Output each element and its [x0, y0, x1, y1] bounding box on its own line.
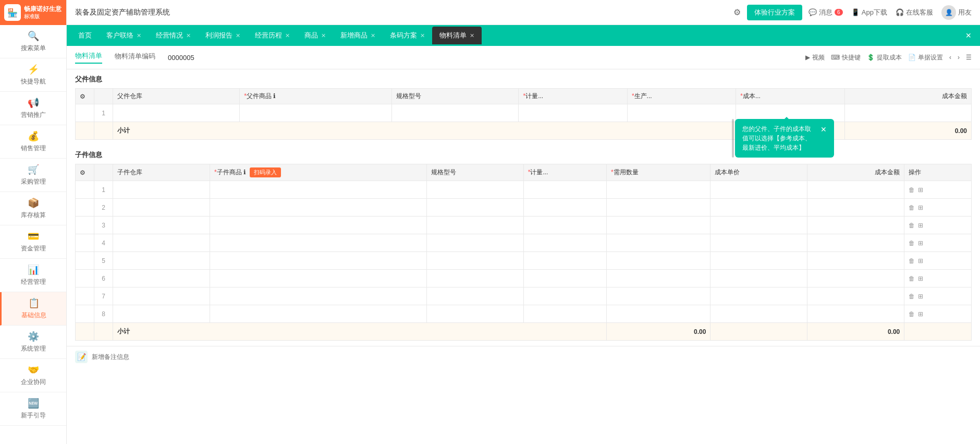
- tab-new-goods[interactable]: 新增商品 ✕: [333, 27, 383, 44]
- child-row-1-goods[interactable]: [210, 181, 426, 199]
- sidebar-item-inventory[interactable]: 📦 库存核算: [0, 192, 66, 225]
- copy-icon-7[interactable]: ⊞: [918, 293, 923, 300]
- tab-history[interactable]: 经营历程 ✕: [248, 27, 297, 44]
- parent-row-1-goods[interactable]: [240, 104, 392, 122]
- delete-icon-4[interactable]: 🗑: [909, 239, 915, 247]
- sales-icon: 💰: [28, 130, 39, 142]
- tooltip-box: ✕ 您的父件、子件的成本取值可以选择【参考成本、最新进价、平均成本】: [735, 119, 834, 158]
- headset-icon: 🎧: [896, 8, 904, 16]
- parent-col-warehouse: 父件仓库: [113, 89, 240, 104]
- parent-row-1-produce[interactable]: [627, 104, 736, 122]
- child-row-4-action-icons: 🗑 ⊞: [909, 239, 967, 247]
- sub-tab-bom-code[interactable]: 物料清单编码: [115, 52, 155, 63]
- parent-row-1-unit[interactable]: [519, 104, 627, 122]
- child-row-1-unit[interactable]: [523, 181, 606, 199]
- child-col-quantity: *需用数量: [607, 164, 710, 181]
- child-col-warehouse: 子件仓库: [113, 164, 210, 181]
- video-action[interactable]: ▶ 视频: [805, 53, 825, 62]
- close-history-tab[interactable]: ✕: [285, 32, 290, 39]
- search-icon: 🔍: [28, 30, 39, 42]
- sidebar-item-basic-info[interactable]: 📋 基础信息: [0, 292, 66, 326]
- sub-tab-bom[interactable]: 物料清单: [75, 51, 102, 64]
- tab-goods[interactable]: 商品 ✕: [297, 27, 333, 44]
- copy-icon-8[interactable]: ⊞: [918, 310, 923, 318]
- parent-row-1-amount: [844, 104, 971, 122]
- close-customer-tab[interactable]: ✕: [137, 32, 141, 39]
- close-profit-tab[interactable]: ✕: [236, 32, 240, 39]
- close-all-tabs[interactable]: ✕: [961, 29, 976, 42]
- tab-profit[interactable]: 利润报告 ✕: [198, 27, 248, 44]
- extract-cost-action[interactable]: 💲 提取成本: [867, 53, 902, 62]
- message-btn[interactable]: 💬 消息 6: [808, 8, 843, 17]
- app-download-btn[interactable]: 📱 App下载: [851, 8, 887, 17]
- copy-icon-2[interactable]: ⊞: [918, 204, 923, 211]
- doc-settings-action[interactable]: 📄 单据设置: [908, 53, 943, 62]
- child-row-1-spec[interactable]: [426, 181, 523, 199]
- child-subtotal-label: 小计: [113, 323, 607, 341]
- user-menu[interactable]: 👤 用友: [941, 5, 972, 20]
- delete-icon-8[interactable]: 🗑: [909, 310, 915, 318]
- delete-icon-3[interactable]: 🗑: [909, 222, 915, 229]
- child-row-3-action-icons: 🗑 ⊞: [909, 222, 967, 229]
- child-row-1-unit-cost[interactable]: [710, 181, 807, 199]
- topbar-title: 装备及固定资产辅助管理系统: [75, 8, 727, 17]
- delete-icon-6[interactable]: 🗑: [909, 275, 915, 282]
- copy-icon-3[interactable]: ⊞: [918, 222, 923, 229]
- parent-row-1-warehouse[interactable]: [113, 104, 240, 122]
- play-icon: ▶: [805, 54, 810, 61]
- tab-home[interactable]: 首页: [71, 27, 99, 44]
- close-barcode-tab[interactable]: ✕: [420, 32, 425, 39]
- copy-icon-6[interactable]: ⊞: [918, 275, 923, 282]
- close-goods-tab[interactable]: ✕: [321, 32, 326, 39]
- child-row-1-warehouse[interactable]: [113, 181, 210, 199]
- copy-icon-5[interactable]: ⊞: [918, 257, 923, 265]
- child-col-amount: 成本金额: [807, 164, 904, 181]
- tooltip-close-btn[interactable]: ✕: [820, 124, 827, 135]
- tab-bom[interactable]: 物料清单 ✕: [432, 27, 482, 44]
- nav-next[interactable]: ›: [958, 54, 960, 61]
- copy-icon-4[interactable]: ⊞: [918, 239, 923, 247]
- sidebar-item-operations[interactable]: 📊 经营管理: [0, 259, 66, 292]
- close-new-goods-tab[interactable]: ✕: [371, 32, 375, 39]
- shortcut-action[interactable]: ⌨ 快捷键: [831, 53, 861, 62]
- sidebar-item-purchase[interactable]: 🛒 采购管理: [0, 159, 66, 192]
- child-row-1-quantity[interactable]: [607, 181, 710, 199]
- sidebar-item-guide[interactable]: 🆕 新手引导: [0, 392, 66, 426]
- delete-icon-5[interactable]: 🗑: [909, 257, 915, 265]
- child-col-settings[interactable]: ⚙: [76, 164, 94, 181]
- sidebar-item-finance[interactable]: 💳 资金管理: [0, 225, 66, 259]
- settings-icon[interactable]: ⚙: [733, 7, 741, 17]
- sidebar-item-search[interactable]: 🔍 搜索菜单: [0, 25, 66, 58]
- tab-barcode[interactable]: 条码方案 ✕: [383, 27, 432, 44]
- parent-subtotal-num: [94, 122, 113, 140]
- copy-icon[interactable]: ⊞: [918, 186, 923, 194]
- sidebar-item-quick-nav[interactable]: ⚡ 快捷导航: [0, 58, 66, 92]
- child-row-8-action-icons: 🗑 ⊞: [909, 310, 967, 318]
- sidebar-item-sales[interactable]: 💰 销售管理: [0, 125, 66, 159]
- delete-icon-2[interactable]: 🗑: [909, 204, 915, 211]
- sidebar-item-system[interactable]: ⚙️ 系统管理: [0, 326, 66, 359]
- child-section-title: 子件信息: [75, 150, 972, 160]
- bottom-text[interactable]: 新增备注信息: [92, 353, 129, 362]
- try-industry-btn[interactable]: 体验行业方案: [747, 5, 802, 20]
- menu-icon-action[interactable]: ☰: [966, 54, 972, 61]
- sub-header: 物料清单 物料清单编码 0000005 ▶ 视频 ⌨ 快捷键 💲 提取成本: [67, 46, 980, 69]
- sidebar-item-marketing[interactable]: 📢 营销推广: [0, 92, 66, 125]
- avatar: 👤: [941, 5, 956, 20]
- child-row-1-action: 🗑 ⊞: [904, 181, 972, 199]
- close-operations-tab[interactable]: ✕: [186, 32, 191, 39]
- parent-subtotal-row: 小计 0.00: [76, 122, 972, 140]
- sidebar-item-enterprise[interactable]: 🤝 企业协同: [0, 359, 66, 392]
- child-row-6-action-icons: 🗑 ⊞: [909, 275, 967, 282]
- bottom-area: 📝 新增备注信息: [67, 346, 980, 367]
- close-bom-tab[interactable]: ✕: [470, 32, 474, 39]
- online-service-btn[interactable]: 🎧 在线客服: [896, 8, 933, 17]
- parent-row-1-spec[interactable]: [392, 104, 519, 122]
- scan-input-btn[interactable]: 扫码录入: [250, 167, 281, 177]
- parent-col-settings[interactable]: ⚙: [76, 89, 94, 104]
- tab-customer[interactable]: 客户联络 ✕: [99, 27, 149, 44]
- delete-icon-7[interactable]: 🗑: [909, 293, 915, 300]
- nav-prev[interactable]: ‹: [949, 54, 951, 61]
- delete-icon[interactable]: 🗑: [909, 186, 915, 194]
- tab-operations[interactable]: 经营情况 ✕: [149, 27, 198, 44]
